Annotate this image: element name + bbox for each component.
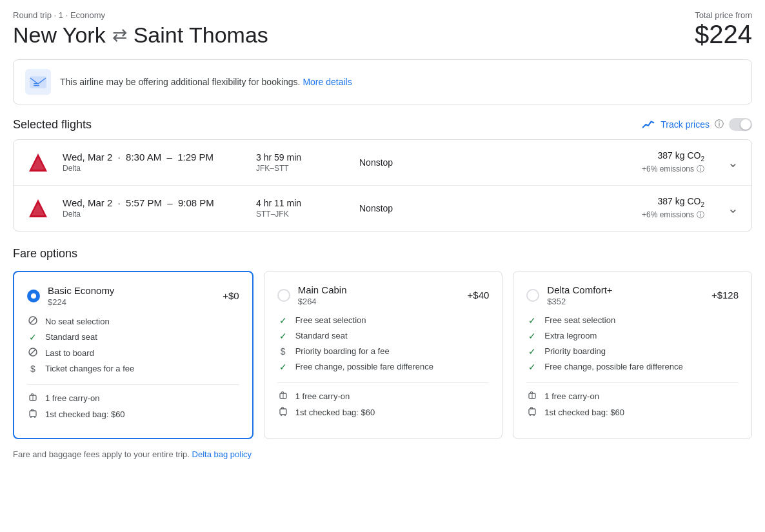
footer-note: Fare and baggage fees apply to your enti… — [13, 449, 752, 459]
total-price-section: Total price from $224 — [695, 10, 752, 49]
fare-name: Basic Economy — [48, 285, 223, 296]
track-prices-label[interactable]: Track prices — [661, 119, 710, 130]
banner-more-details-link[interactable]: More details — [303, 77, 352, 87]
fare-feature-item: ✓Free change, possible fare difference — [277, 362, 490, 372]
feature-icon-check: ✓ — [526, 346, 538, 357]
checked-bag-icon — [277, 407, 289, 418]
feature-icon-no — [27, 348, 39, 359]
flight-expand-icon[interactable]: ⌄ — [728, 155, 739, 170]
flight-details: Wed, Mar 2 · 5:57 PM – 9:08 PM Delta — [63, 197, 243, 219]
fare-name: Delta Comfort+ — [547, 284, 711, 295]
fare-cards: Basic Economy$224+$0No seat selection✓St… — [13, 271, 752, 439]
flight-airline: Delta — [63, 164, 243, 173]
flights-container: Wed, Mar 2 · 8:30 AM – 1:29 PM Delta 3 h… — [13, 139, 752, 232]
fare-baggage-item: 1 free carry-on — [277, 391, 490, 402]
selected-flights-header: Selected flights Track prices ⓘ — [13, 117, 752, 132]
fare-radio[interactable] — [526, 289, 539, 302]
flight-stops: Nonstop — [359, 157, 437, 168]
fare-baggage-item: 1 free carry-on — [526, 391, 739, 402]
fare-feature-item: Last to board — [27, 348, 239, 359]
fare-name: Main Cabin — [298, 284, 468, 295]
flight-duration: 4 hr 11 min STT–JFK — [256, 198, 346, 219]
fare-radio[interactable] — [27, 290, 40, 302]
fare-price-diff: +$40 — [468, 290, 490, 300]
fare-baggage-item: 1st checked bag: $60 — [526, 407, 739, 418]
fare-card-basic_economy[interactable]: Basic Economy$224+$0No seat selection✓St… — [13, 271, 253, 439]
fare-divider — [277, 382, 490, 383]
flight-stops: Nonstop — [359, 203, 437, 213]
fare-name-group: Main Cabin$264 — [298, 284, 468, 306]
fare-features: ✓Free seat selection✓Standard seat$Prior… — [277, 315, 490, 372]
emissions-info-icon[interactable]: ⓘ — [697, 210, 704, 221]
baggage-text: 1st checked bag: $60 — [295, 408, 375, 417]
fare-features: ✓Free seat selection✓Extra legroom✓Prior… — [526, 315, 739, 372]
svg-point-26 — [533, 415, 535, 416]
feature-icon-check: ✓ — [277, 362, 289, 372]
route-arrows: ⇄ — [112, 25, 127, 46]
feature-text: Free change, possible fare difference — [544, 362, 682, 371]
fare-card-header: Delta Comfort+$352+$128 — [526, 284, 739, 306]
feature-text: Last to board — [45, 348, 94, 358]
fare-base-price: $352 — [547, 297, 711, 306]
feature-text: Free seat selection — [544, 315, 615, 325]
fare-name-group: Basic Economy$224 — [48, 285, 223, 307]
origin: New York — [13, 23, 106, 48]
fare-price-diff: +$0 — [223, 290, 239, 301]
svg-rect-14 — [30, 411, 36, 417]
flight-row[interactable]: Wed, Mar 2 · 8:30 AM – 1:29 PM Delta 3 h… — [14, 140, 751, 186]
flight-expand-icon[interactable]: ⌄ — [728, 201, 739, 216]
svg-point-25 — [530, 415, 531, 416]
fare-divider — [27, 384, 239, 385]
fare-card-header: Main Cabin$264+$40 — [277, 284, 490, 306]
flight-time: Wed, Mar 2 · 5:57 PM – 9:08 PM — [63, 197, 243, 208]
flight-row[interactable]: Wed, Mar 2 · 5:57 PM – 9:08 PM Delta 4 h… — [14, 186, 751, 231]
flexibility-banner: This airline may be offering additional … — [13, 59, 752, 104]
svg-point-15 — [30, 417, 32, 418]
page-header: Round trip · 1 · Economy New York ⇄ Sain… — [13, 10, 752, 49]
fare-baggage: 1 free carry-on1st checked bag: $60 — [526, 391, 739, 418]
svg-point-21 — [284, 415, 286, 416]
flight-time: Wed, Mar 2 · 8:30 AM – 1:29 PM — [63, 152, 243, 163]
fare-base-price: $224 — [48, 297, 223, 307]
svg-rect-2 — [34, 83, 37, 84]
route-title: New York ⇄ Saint Thomas — [13, 23, 268, 48]
fare-feature-item: ✓Free change, possible fare difference — [526, 362, 739, 372]
fare-options-title: Fare options — [13, 247, 752, 261]
feature-icon-check: ✓ — [526, 331, 538, 341]
route-info: Round trip · 1 · Economy New York ⇄ Sain… — [13, 10, 268, 48]
fare-card-header: Basic Economy$224+$0 — [27, 285, 239, 307]
fare-card-main_cabin[interactable]: Main Cabin$264+$40✓Free seat selection✓S… — [264, 271, 503, 439]
svg-rect-24 — [529, 409, 535, 415]
emissions-info-icon[interactable]: ⓘ — [697, 164, 704, 175]
track-prices-control[interactable]: Track prices ⓘ — [641, 117, 752, 132]
feature-text: Extra legroom — [544, 331, 597, 340]
fare-price-diff: +$128 — [711, 290, 739, 300]
feature-text: Standard seat — [45, 332, 97, 342]
track-prices-info-icon[interactable]: ⓘ — [715, 119, 724, 130]
feature-icon-check: ✓ — [526, 362, 538, 372]
delta-bag-policy-link[interactable]: Delta bag policy — [192, 449, 252, 459]
fare-baggage-item: 1st checked bag: $60 — [27, 409, 239, 420]
fare-feature-item: ✓Free seat selection — [277, 315, 490, 326]
fare-feature-item: ✓Free seat selection — [526, 315, 739, 326]
flight-emissions: 387 kg CO2 +6% emissions ⓘ — [450, 150, 704, 175]
selected-flights-title: Selected flights — [13, 118, 92, 132]
fare-features: No seat selection✓Standard seatLast to b… — [27, 316, 239, 374]
destination: Saint Thomas — [134, 23, 268, 48]
feature-icon-check: ✓ — [27, 332, 39, 342]
feature-icon-dollar: $ — [27, 364, 39, 374]
fare-baggage: 1 free carry-on1st checked bag: $60 — [27, 393, 239, 420]
track-prices-toggle[interactable] — [729, 118, 752, 131]
carry-on-icon — [526, 391, 538, 402]
svg-point-16 — [34, 417, 35, 418]
fare-feature-item: $Ticket changes for a fee — [27, 364, 239, 374]
checked-bag-icon — [27, 409, 39, 420]
fare-feature-item: No seat selection — [27, 316, 239, 327]
fare-base-price: $264 — [298, 297, 468, 306]
fare-feature-item: $Priority boarding for a fee — [277, 346, 490, 357]
banner-icon — [25, 69, 51, 95]
fare-radio[interactable] — [277, 289, 290, 302]
fare-card-delta_comfort[interactable]: Delta Comfort+$352+$128✓Free seat select… — [513, 271, 752, 439]
fare-feature-item: ✓Standard seat — [27, 332, 239, 342]
flight-details: Wed, Mar 2 · 8:30 AM – 1:29 PM Delta — [63, 152, 243, 173]
